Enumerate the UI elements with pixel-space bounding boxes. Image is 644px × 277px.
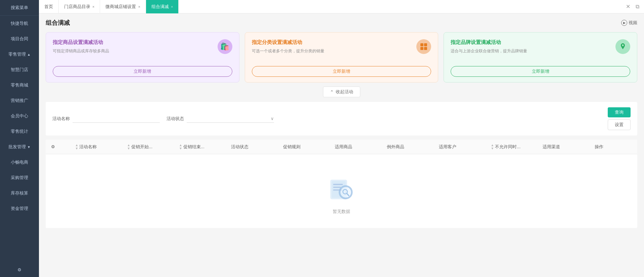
activity-name-label: 活动名称 [52,116,70,122]
th-exception-goods: 例外商品 [384,144,436,150]
th-applicable-channel-label: 适用渠道 [543,144,560,150]
card-brand-title: 指定品牌设置满减活动 [451,39,630,46]
svg-rect-7 [333,184,343,185]
sidebar-item-retail-mall[interactable]: 零售商城 [0,77,39,93]
card-brand-icon [615,39,630,54]
svg-rect-8 [333,187,341,188]
sort-icon[interactable]: ▲▼ [75,144,79,150]
activity-name-input[interactable] [73,115,160,123]
sidebar-item-finance-mgmt[interactable]: 资金管理 [0,201,39,216]
tab-home-label: 首页 [44,4,53,10]
card-category-desc: 可选一个或者多个分类，提升分类的销量 [252,48,431,61]
card-category-title: 指定分类设置满减活动 [252,39,431,46]
th-applicable-goods: 适用商品 [332,144,384,150]
th-not-allow-same-label: 不允许同时... [495,144,520,150]
close-icon[interactable]: × [138,5,140,9]
svg-rect-0 [420,43,423,46]
card-brand-desc: 适合与上游企业联合做营销，提升品牌销量 [451,48,630,61]
sort-icon[interactable]: ▲▼ [179,144,182,150]
page-title: 组合满减 [46,19,70,27]
sidebar-item-retail-stats[interactable]: 零售统计 [0,124,39,139]
th-not-allow-same: ▲▼ 不允许同时... [488,144,540,150]
th-gear[interactable]: ⚙ [48,144,73,149]
th-promo-end: ▲▼ 促销结束... [176,144,228,150]
main-area: 首页 门店商品目录 × 微商城店铺设置 × 组合满减 × ✕ ⧉ 组合满减 ▶ … [39,0,644,277]
sort-icon[interactable]: ▲▼ [491,144,494,150]
close-icon[interactable]: × [171,5,173,9]
card-product-icon: 🛍️ [218,39,232,54]
video-icon: ▶ [621,20,627,26]
page-header: 组合满减 ▶ 视频 [46,19,637,27]
card-product-title: 指定商品设置满减活动 [53,39,232,46]
video-link[interactable]: ▶ 视频 [621,20,637,26]
sidebar-item-purchase-mgmt[interactable]: 采购管理 [0,170,39,185]
sidebar-item-label: 批发管理 [8,144,26,150]
sidebar-item-smart-store[interactable]: 智慧门店 [0,62,39,77]
activity-status-label: 活动状态 [167,116,184,122]
search-actions: 查询 设置 [608,107,631,130]
close-icon[interactable]: × [92,5,94,9]
svg-rect-1 [424,43,427,46]
th-applicable-goods-label: 适用商品 [335,144,352,150]
card-category-btn[interactable]: 立即新增 [252,66,431,77]
tab-home[interactable]: 首页 [39,0,59,13]
th-promo-rules-label: 促销规则 [283,144,301,150]
sidebar-item-quick-nav[interactable]: 快捷导航 [0,16,39,31]
sidebar-item-retail-mgmt[interactable]: 零售管理 ▲ [0,47,39,62]
sort-icon[interactable]: ▲▼ [127,144,130,150]
sidebar-item-xiaochange[interactable]: 小畅电商 [0,155,39,170]
tab-mini-store-label: 微商城店铺设置 [105,4,136,10]
activity-name-field: 活动名称 [52,115,160,123]
th-applicable-customer-label: 适用客户 [439,144,456,150]
sidebar-item-member-center[interactable]: 会员中心 [0,108,39,124]
tab-combo-discount[interactable]: 组合满减 × [146,0,179,13]
tab-bar: 首页 门店商品目录 × 微商城店铺设置 × 组合满减 × ✕ ⧉ [39,0,644,13]
close-window-btn[interactable]: ✕ [625,2,632,11]
card-brand-btn[interactable]: 立即新增 [451,66,630,77]
video-label: 视频 [629,20,637,26]
activity-status-select[interactable]: ∨ [187,115,274,123]
svg-point-4 [622,44,624,46]
sidebar-item-marketing[interactable]: 营销推广 [0,93,39,108]
collapse-label: 收起活动 [336,89,353,95]
gear-icon: ⚙ [51,144,55,149]
sidebar: 搜索菜单 快捷导航 项目合同 零售管理 ▲ 智慧门店 零售商城 营销推广 会员中… [0,0,39,277]
tab-store-catalog-label: 门店商品目录 [64,4,90,10]
restore-window-btn[interactable]: ⧉ [634,2,641,11]
th-promo-start: ▲▼ 促销开始... [124,144,176,150]
settings-btn[interactable]: 设置 [608,119,631,130]
th-activity-name-label: 活动名称 [79,144,97,150]
content-area: 组合满减 ▶ 视频 🛍️ 指定商品设置满减活动 可指定滞销商品或库存较多商品 立… [39,13,644,277]
th-exception-goods-label: 例外商品 [387,144,404,150]
sidebar-search[interactable]: 搜索菜单 [0,0,39,16]
th-applicable-channel: 适用渠道 [540,144,592,150]
card-product-desc: 可指定滞销商品或库存较多商品 [53,48,232,61]
empty-illustration [325,174,358,205]
th-activity-name: ▲▼ 活动名称 [73,144,125,150]
query-btn[interactable]: 查询 [608,107,631,117]
svg-rect-2 [420,47,423,50]
table-container: ⚙ ▲▼ 活动名称 ▲▼ 促销开始... ▲▼ 促销结束... 活动状态 [46,140,637,228]
sidebar-item-inventory-calc[interactable]: 库存核算 [0,185,39,201]
th-activity-status: 活动状态 [228,144,280,150]
cards-row: 🛍️ 指定商品设置满减活动 可指定滞销商品或库存较多商品 立即新增 指定分类设置… [46,32,637,82]
card-product-btn[interactable]: 立即新增 [53,66,232,77]
chevron-up-icon: ▲ [27,53,31,56]
sidebar-item-project-contract[interactable]: 项目合同 [0,31,39,47]
empty-text: 暂无数据 [333,209,350,215]
sidebar-item-label: 零售管理 [8,51,26,57]
svg-rect-3 [424,47,427,50]
sidebar-settings-btn[interactable]: ⚙ [0,263,39,277]
th-promo-rules: 促销规则 [280,144,332,150]
collapse-activities-btn[interactable]: ⌃ 收起活动 [323,87,360,97]
card-brand: 指定品牌设置满减活动 适合与上游企业联合做营销，提升品牌销量 立即新增 [444,32,637,82]
chevron-down-icon: ▼ [27,145,31,149]
tab-mini-store-settings[interactable]: 微商城店铺设置 × [100,0,146,13]
activity-status-field: 活动状态 ∨ [167,115,274,123]
th-promo-end-label: 促销结束... [183,144,204,150]
sidebar-item-wholesale-mgmt[interactable]: 批发管理 ▼ [0,139,39,155]
tab-store-catalog[interactable]: 门店商品目录 × [59,0,100,13]
chevron-down-icon: ∨ [271,116,274,121]
th-promo-start-label: 促销开始... [131,144,152,150]
chevron-up-icon: ⌃ [330,90,334,95]
